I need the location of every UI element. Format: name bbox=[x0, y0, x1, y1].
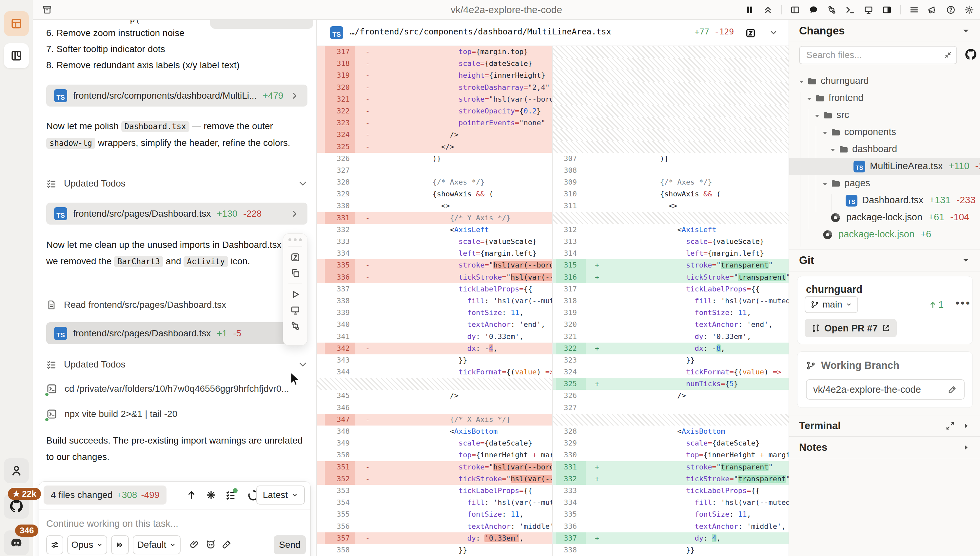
chevron-down-icon[interactable] bbox=[297, 359, 308, 370]
tree-folder-dashboard[interactable]: dashboard bbox=[789, 141, 980, 158]
tree-file-Dashboard.tsx[interactable]: TSDashboard.tsx+131-233 bbox=[789, 192, 980, 209]
star-icon: ★ bbox=[13, 489, 20, 499]
tool-call-row[interactable]: Read frontend/src/pages/Dashboard.tsx bbox=[46, 297, 308, 312]
feedback-megaphone-icon[interactable] bbox=[928, 5, 937, 15]
diff-line: 348 <AxisBottom bbox=[317, 425, 552, 437]
tree-file-package-lock.json[interactable]: package-lock.json+61-104 bbox=[789, 209, 980, 226]
tree-folder-src[interactable]: src bbox=[789, 107, 980, 124]
repo-name: churnguard bbox=[806, 284, 862, 296]
terminal-icon[interactable] bbox=[845, 5, 855, 15]
git-compare-icon[interactable] bbox=[827, 5, 837, 15]
diff-line: 316+ tickStroke="transparent" bbox=[553, 272, 789, 283]
drag-handle-icon[interactable] bbox=[289, 238, 302, 241]
diff-old-pane: 317- top={margin.top}318- scale={dateSca… bbox=[317, 46, 552, 556]
tool-call-row[interactable]: Updated Todos bbox=[46, 176, 308, 191]
run-icon[interactable] bbox=[290, 289, 300, 300]
fast-forward-button[interactable] bbox=[111, 535, 129, 554]
folder-name: frontend bbox=[828, 92, 863, 103]
terminal-section-header[interactable]: Terminal bbox=[789, 415, 980, 437]
search-input[interactable] bbox=[806, 48, 934, 62]
running-status-dot bbox=[44, 417, 50, 422]
settings-sliders-button[interactable] bbox=[46, 535, 63, 554]
todo-status-icon[interactable] bbox=[225, 490, 236, 501]
model-selector[interactable]: Opus bbox=[67, 535, 107, 554]
chat-input[interactable] bbox=[46, 515, 302, 532]
archive-icon[interactable] bbox=[42, 5, 52, 15]
git-more-menu[interactable]: ••• bbox=[956, 297, 971, 309]
discord-count-badge: 346 bbox=[15, 525, 38, 537]
tool-call-row[interactable]: Updated Todos bbox=[46, 357, 308, 372]
file-change-chip[interactable]: TSfrontend/src/components/dashboard/Mult… bbox=[46, 84, 307, 107]
branch-selector[interactable]: main bbox=[805, 296, 858, 313]
cat-agent-icon[interactable] bbox=[205, 539, 216, 550]
tree-folder-components[interactable]: components bbox=[789, 124, 980, 141]
tree-file-MultiLineArea.tsx[interactable]: TSMultiLineArea.tsx+110-162 bbox=[789, 158, 980, 175]
right-panel-icon[interactable] bbox=[882, 5, 892, 15]
help-icon[interactable] bbox=[946, 5, 956, 15]
collapse-all-icon[interactable] bbox=[763, 5, 773, 15]
tool-call-label: Updated Todos bbox=[64, 178, 126, 189]
tree-toggle-icon[interactable] bbox=[798, 78, 805, 86]
expand-icon[interactable] bbox=[945, 421, 955, 431]
mode-selector[interactable]: Default bbox=[133, 535, 181, 554]
top-bar: vk/4e2a-explore-the-code bbox=[33, 0, 980, 20]
tree-folder-frontend[interactable]: frontend bbox=[789, 90, 980, 107]
send-button[interactable]: Send bbox=[274, 535, 306, 554]
chevron-down-icon[interactable] bbox=[297, 178, 308, 189]
git-compare-icon[interactable] bbox=[290, 321, 300, 331]
inline-code: BarChart3 bbox=[114, 256, 163, 267]
tree-folder-pages[interactable]: pages bbox=[789, 175, 980, 192]
file-search bbox=[799, 46, 957, 64]
scroll-up-icon[interactable] bbox=[186, 490, 197, 501]
git-section-header[interactable]: Git bbox=[789, 249, 980, 272]
edit-pencil-icon[interactable] bbox=[948, 385, 957, 394]
chip-file-path: frontend/src/components/dashboard/MultiL… bbox=[73, 91, 257, 101]
menu-icon[interactable] bbox=[909, 5, 919, 15]
diff-view-icon[interactable] bbox=[745, 27, 756, 39]
panel-layout-button[interactable] bbox=[4, 11, 29, 36]
chevron-down-icon bbox=[96, 541, 103, 548]
tree-toggle-icon[interactable] bbox=[814, 112, 821, 120]
settings-gear-icon[interactable] bbox=[964, 5, 974, 15]
tree-file-package-lock.json[interactable]: package-lock.json+6 bbox=[789, 226, 980, 243]
chevron-down-icon bbox=[962, 27, 970, 35]
added-count: +6 bbox=[920, 229, 931, 239]
preview-icon[interactable] bbox=[290, 305, 300, 315]
diff-line: 317 tickLabelProps={{ bbox=[553, 283, 789, 295]
account-button[interactable] bbox=[4, 458, 29, 483]
folder-icon bbox=[823, 110, 833, 121]
working-branch-field[interactable]: vk/4e2a-explore-the-code bbox=[806, 379, 965, 399]
copy-icon[interactable] bbox=[290, 268, 300, 278]
attach-icon[interactable] bbox=[189, 539, 200, 550]
broom-icon[interactable] bbox=[221, 539, 232, 550]
files-changed-pill[interactable]: 4 files changed +308 -499 bbox=[44, 485, 166, 504]
diff-line: 333 scale={valueScale} bbox=[317, 236, 552, 247]
chip-file-path: frontend/src/pages/Dashboard.tsx bbox=[73, 328, 211, 339]
github-link-icon[interactable] bbox=[964, 48, 977, 61]
notes-section-header[interactable]: Notes bbox=[789, 437, 980, 458]
pause-icon[interactable] bbox=[745, 5, 754, 15]
file-change-chip[interactable]: TSfrontend/src/pages/Dashboard.tsx+130-2… bbox=[46, 203, 307, 225]
tree-toggle-icon[interactable] bbox=[821, 181, 828, 188]
tree-toggle-icon[interactable] bbox=[821, 129, 828, 137]
commits-ahead[interactable]: 1 bbox=[928, 299, 944, 310]
board-view-button[interactable] bbox=[4, 43, 29, 68]
open-pr-button[interactable]: Open PR #7 bbox=[805, 319, 897, 337]
tool-call-row[interactable]: cd /private/var/folders/10/h7w0q46556ggr… bbox=[46, 381, 308, 396]
version-selector[interactable]: Latest bbox=[256, 485, 305, 504]
tree-toggle-icon[interactable] bbox=[829, 147, 836, 154]
collapse-tree-icon[interactable] bbox=[943, 50, 953, 60]
left-rail: ★22k 346 bbox=[0, 0, 33, 556]
left-panel-icon[interactable] bbox=[790, 5, 800, 15]
spark-icon[interactable] bbox=[205, 490, 216, 501]
changes-section-header[interactable]: Changes bbox=[789, 20, 980, 42]
branch-icon bbox=[810, 300, 819, 309]
tree-toggle-icon[interactable] bbox=[806, 95, 813, 103]
open-diff-icon[interactable] bbox=[290, 252, 300, 263]
monitor-icon[interactable] bbox=[864, 5, 873, 15]
tree-folder-churnguard[interactable]: churnguard bbox=[789, 73, 980, 90]
file-change-chip[interactable]: TSfrontend/src/pages/Dashboard.tsx+1-5 bbox=[46, 322, 307, 344]
collapse-file-chevron[interactable] bbox=[769, 27, 778, 37]
chat-bubble-icon[interactable] bbox=[809, 5, 819, 15]
tool-call-row[interactable]: npx vite build 2>&1 | tail -20 bbox=[46, 407, 308, 422]
